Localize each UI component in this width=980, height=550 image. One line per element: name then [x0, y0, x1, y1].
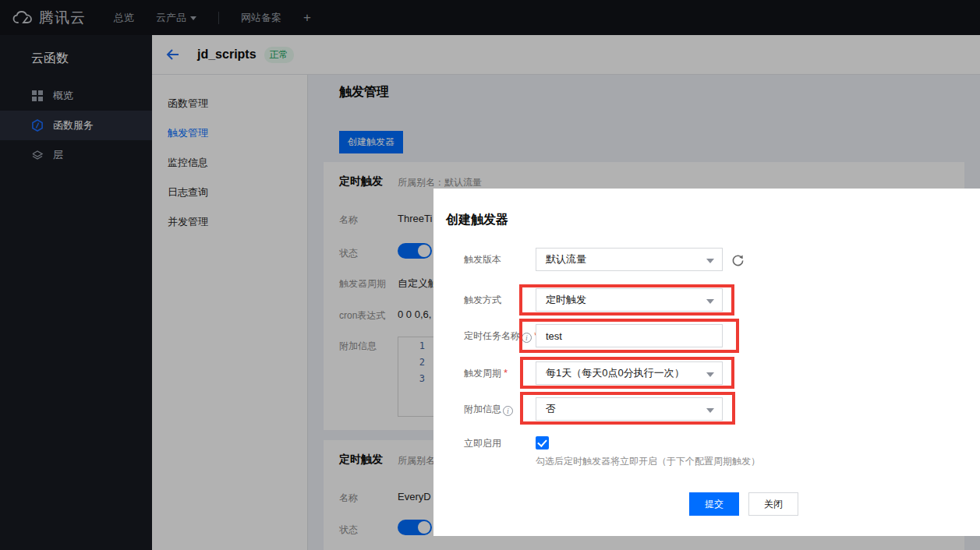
- chevron-down-icon: [706, 299, 714, 304]
- dialog-title: 创建触发器: [446, 212, 508, 228]
- enable-now-checkbox[interactable]: [536, 436, 549, 450]
- field-label-text: 触发周期: [464, 368, 501, 379]
- info-icon: i: [522, 333, 532, 343]
- chevron-down-icon: [706, 372, 714, 377]
- field-label-text: 附加信息: [464, 404, 501, 414]
- refresh-icon: [731, 254, 745, 267]
- version-select[interactable]: 默认流量: [536, 248, 723, 271]
- field-label-extra: 附加信息i: [464, 397, 513, 421]
- task-name-input[interactable]: [536, 324, 723, 347]
- trigger-type-select-value: 定时触发: [546, 294, 586, 305]
- enable-helper-text: 勾选后定时触发器将立即开启（于下个配置周期触发）: [536, 455, 760, 468]
- close-button[interactable]: 关闭: [748, 492, 798, 516]
- extra-info-select-value: 否: [546, 403, 556, 414]
- chevron-down-icon: [706, 408, 714, 413]
- extra-info-select[interactable]: 否: [536, 397, 723, 421]
- field-label-version: 触发版本: [464, 248, 501, 271]
- info-icon: i: [503, 406, 513, 416]
- field-label-taskname: 定时任务名称i*: [464, 324, 538, 347]
- field-label-enable: 立即启用: [464, 432, 501, 455]
- field-label-period: 触发周期*: [464, 361, 508, 385]
- required-mark: *: [504, 367, 508, 379]
- submit-button[interactable]: 提交: [689, 492, 739, 516]
- period-select[interactable]: 每1天（每天0点0分执行一次）: [536, 361, 723, 385]
- chevron-down-icon: [706, 259, 714, 263]
- period-select-value: 每1天（每天0点0分执行一次）: [546, 367, 685, 379]
- refresh-button[interactable]: [731, 254, 745, 267]
- version-select-value: 默认流量: [546, 253, 586, 265]
- trigger-type-select[interactable]: 定时触发: [536, 288, 723, 312]
- field-label-type: 触发方式: [464, 288, 501, 312]
- field-label-text: 定时任务名称: [464, 330, 520, 341]
- create-trigger-dialog: 创建触发器 触发版本 默认流量 触发方式 定时触发 定时任务名称i* 触发周期*…: [433, 189, 980, 536]
